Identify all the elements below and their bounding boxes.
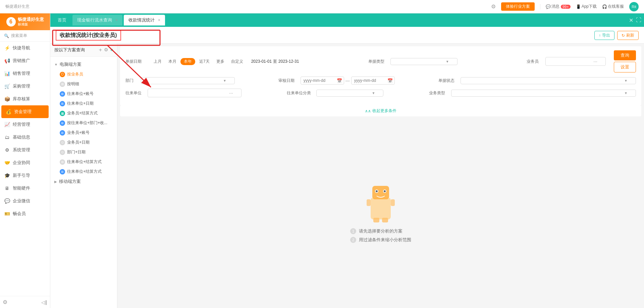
sidebar-purchase-label: 采购管理 [13, 83, 30, 89]
biz-type-select[interactable]: ▼ [451, 90, 636, 97]
unit-category-select[interactable]: ▼ [316, 90, 383, 97]
collapse-panel-icon[interactable]: « [110, 47, 113, 53]
gear-icon[interactable]: ⚙ [491, 3, 496, 10]
plan-item-salesman-date[interactable]: ⊙ 业务员+日期 [50, 138, 117, 147]
sidebar-item-guide[interactable]: 🎓 新手引导 [0, 169, 50, 182]
system-icon: ⚙ [4, 147, 10, 153]
search-menu-item[interactable]: 🔍 搜索菜单 [0, 30, 50, 42]
basic-icon: 🗂 [4, 134, 10, 140]
export-icon: ↑ [599, 33, 601, 38]
settings-bottom-icon[interactable]: ⚙ [3, 299, 7, 305]
setting-button[interactable]: 设置 [614, 62, 636, 72]
plan-item-unit-date[interactable]: ⊞ 往来单位+日期 [50, 99, 117, 108]
receipt-status-label: 单据状态 [438, 78, 455, 84]
plan-item-unit-calc1[interactable]: ⊞ 往来单位+结算方式 [50, 157, 117, 167]
unit-category-chevron: ▼ [372, 91, 375, 95]
app-icon: 📱 [576, 4, 581, 9]
plan-item-dept-date[interactable]: ⊙ 部门+日期 [50, 147, 117, 157]
tab-bank-flow[interactable]: 现金银行流水查询 × [72, 15, 122, 25]
tab-custom-date[interactable]: 自定义 [228, 58, 246, 65]
date-separator: 至 [273, 59, 277, 64]
plan-label-unit-calc2: 往来单位+结算方式 [67, 169, 102, 174]
left-panel-icon-group: + ⚙ « [99, 47, 113, 53]
tab-close-all-icon[interactable]: ✕ [629, 17, 633, 23]
tab-collection-stats-label: 收款情况统计 [128, 17, 155, 23]
logo-text-wrapper: 畅捷通好生意 标准版 [18, 17, 44, 27]
sidebar-item-wechat[interactable]: 💬 企业微信 [0, 195, 50, 207]
sidebar-item-quick-nav[interactable]: ⚡ 快捷导航 [0, 42, 50, 54]
tab-bank-flow-label: 现金银行流水查询 [77, 17, 112, 23]
sidebar-item-inventory[interactable]: 📦 库存核算 [0, 93, 50, 105]
trial-button[interactable]: 体验行业方案 [501, 2, 535, 11]
plan-item-unit-dept[interactable]: ⊞ 按往来单位+部门+收... [50, 118, 117, 128]
tab-bar-actions: ✕ ⛶ [629, 17, 641, 23]
tree-mobile-expand-icon: ▶ [54, 180, 57, 184]
dept-select[interactable]: ▼ [141, 77, 235, 84]
tab-this-month[interactable]: 本月 [166, 58, 179, 65]
receipt-type-select[interactable]: ▼ [390, 58, 458, 65]
wechat-icon: 💬 [4, 198, 10, 204]
query-button[interactable]: 查询 [614, 50, 636, 60]
tab-collection-stats[interactable]: 收款情况统计 × [124, 15, 165, 25]
tree-group-pc[interactable]: ▼ 电脑端方案 [50, 59, 117, 69]
message-badge: 99+ [561, 5, 571, 9]
plan-item-salesman-calc[interactable]: ▦ 业务员+结算方式 [50, 108, 117, 118]
user-avatar-area[interactable]: Rit [629, 2, 639, 11]
sidebar-system-label: 系统管理 [13, 147, 30, 153]
salesman-select[interactable]: ··· [545, 57, 606, 66]
sidebar-item-hardware[interactable]: 🖥 智能硬件 [0, 182, 50, 195]
tab-last-7-days[interactable]: 近7天 [197, 58, 212, 65]
plan-label-by-detail: 按明细 [67, 81, 79, 87]
sidebar-item-basic[interactable]: 🗂 基础信息 [0, 131, 50, 144]
tab-this-year[interactable]: 本年 [180, 58, 195, 65]
sidebar-item-purchase[interactable]: 🛒 采购管理 [0, 80, 50, 93]
plan-item-unit-account[interactable]: ⊞ 往来单位+账号 [50, 89, 117, 99]
sidebar-item-finance[interactable]: 💰 资金管理 [1, 105, 49, 118]
plan-item-unit-calc2[interactable]: ⊞ 往来单位+结算方式 [50, 167, 117, 176]
app-download-area[interactable]: 📱 App下载 [576, 4, 597, 9]
tab-collection-stats-close[interactable]: × [158, 18, 160, 22]
calendar-to-icon: 📅 [387, 78, 393, 83]
export-button[interactable]: ↑ 导出 [594, 31, 614, 40]
sidebar-item-marketing[interactable]: 📢 营销推广 [0, 54, 50, 67]
sidebar-item-operations[interactable]: 📈 经营管理 [0, 118, 50, 131]
tab-bank-flow-close[interactable]: × [115, 18, 118, 22]
tab-home[interactable]: 首页 [53, 15, 71, 25]
salesman-more-icon[interactable]: ··· [593, 59, 597, 64]
refresh-icon: ↻ [622, 33, 625, 38]
headset-icon: 🎧 [602, 4, 607, 9]
tab-more-date[interactable]: 更多 [214, 58, 227, 65]
plan-item-salesman-acct[interactable]: ⊞ 业务员+账号 [50, 128, 117, 138]
tab-last-month[interactable]: 上月 [151, 58, 164, 65]
sidebar-member-label: 畅会员 [13, 211, 26, 217]
sidebar-item-enterprise[interactable]: 🤝 企业协同 [0, 156, 50, 169]
tab-fullscreen-icon[interactable]: ⛶ [636, 17, 641, 23]
plan-label-unit-account: 往来单位+账号 [67, 91, 94, 97]
unit-select[interactable]: ··· [148, 89, 241, 97]
sidebar-item-sales[interactable]: 📊 销售管理 [0, 67, 50, 80]
plan-item-by-detail[interactable]: ⊞ 按明细 [50, 79, 117, 89]
collapse-bar[interactable]: ∧∧ 收起更多条件 [120, 105, 641, 116]
setting-plan-icon[interactable]: ⚙ [104, 47, 108, 53]
finance-icon: 💰 [5, 109, 11, 115]
sidebar-item-system[interactable]: ⚙ 系统管理 [0, 144, 50, 156]
plan-item-by-salesman[interactable]: O 按业务员 [50, 69, 117, 79]
salesman-label: 业务员 [527, 59, 540, 64]
refresh-button[interactable]: ↻ 刷新 [617, 31, 639, 40]
tree-group-mobile-label: 移动端方案 [59, 178, 81, 185]
sidebar-basic-label: 基础信息 [13, 134, 30, 140]
tree-group-mobile[interactable]: ▶ 移动端方案 [50, 176, 117, 187]
export-label: 导出 [602, 33, 610, 38]
unit-more-icon[interactable]: ··· [229, 90, 233, 96]
logo-icon: 6 [6, 17, 16, 27]
empty-robot-svg [361, 179, 401, 223]
receipt-status-select[interactable]: ▼ [461, 77, 636, 84]
add-plan-icon[interactable]: + [99, 47, 102, 53]
message-area[interactable]: 💬 消息 99+ [546, 4, 571, 9]
online-service-area[interactable]: 🎧 在线客服 [602, 4, 624, 9]
collapse-sidebar-icon[interactable]: ◁‖ [41, 300, 47, 305]
sidebar-item-member[interactable]: 🎫 畅会员 [0, 207, 50, 220]
svg-point-4 [376, 190, 378, 192]
plan-icon-salesman-calc: ▦ [60, 111, 65, 116]
plan-icon-unit-calc2: ⊞ [60, 169, 65, 174]
